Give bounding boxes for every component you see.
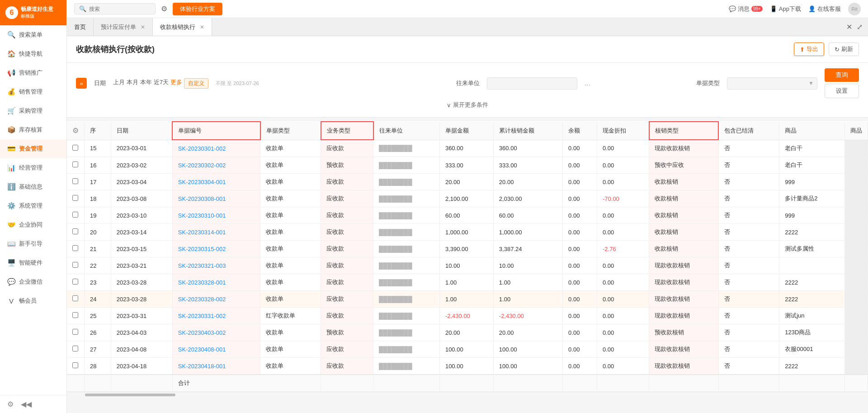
doc-no-link-5[interactable]: SK-20230314-001 — [178, 229, 226, 236]
custom-date-btn[interactable]: 自定义 — [184, 78, 208, 89]
cell-checkbox-3[interactable] — [67, 190, 85, 207]
sidebar-item-basic[interactable]: ℹ️基础信息 — [0, 177, 66, 196]
cell-biztype-0: 应收款 — [321, 140, 373, 157]
doc-no-link-3[interactable]: SK-20230308-001 — [178, 195, 226, 202]
cell-checkbox-10[interactable] — [67, 308, 85, 324]
doc-no-link-10[interactable]: SK-20230331-002 — [178, 313, 226, 319]
cell-balance-7: 0.00 — [563, 257, 597, 274]
doc-no-link-4[interactable]: SK-20230310-001 — [178, 212, 226, 219]
doc-no-link-13[interactable]: SK-20230418-001 — [178, 363, 226, 370]
sidebar-item-system[interactable]: ⚙️系统管理 — [0, 196, 66, 215]
cell-checkbox-12[interactable] — [67, 341, 85, 358]
sidebar-item-quick-nav[interactable]: 🏠快捷导航 — [0, 44, 66, 63]
partner-input[interactable] — [487, 77, 577, 90]
cell-docamount-11: 20.00 — [439, 324, 493, 341]
cell-checkbox-1[interactable] — [67, 157, 85, 174]
doc-no-link-12[interactable]: SK-20230408-001 — [178, 346, 226, 353]
topbar-gear-icon[interactable]: ⚙ — [161, 5, 167, 13]
sidebar-item-operations[interactable]: 📊经营管理 — [0, 158, 66, 177]
scrollbar-thumb[interactable] — [85, 394, 175, 396]
topbar-app-download[interactable]: 📱 App下载 — [770, 5, 801, 13]
cell-num-1: 16 — [85, 157, 111, 174]
cell-checkbox-8[interactable] — [67, 274, 85, 291]
tab-prepay-close[interactable]: ✕ — [141, 24, 145, 30]
cell-checkbox-0[interactable] — [67, 140, 85, 157]
doc-no-link-9[interactable]: SK-20230328-002 — [178, 296, 226, 303]
collapse-icon[interactable]: ◀◀ — [21, 400, 32, 408]
doc-no-link-11[interactable]: SK-20230403-002 — [178, 329, 226, 336]
cell-canceltype-3: 收款核销 — [649, 190, 718, 207]
doc-no-link-1[interactable]: SK-20230302-002 — [178, 162, 226, 169]
cell-checkbox-6[interactable] — [67, 241, 85, 257]
sidebar-item-guide[interactable]: 📖新手引导 — [0, 234, 66, 253]
export-button[interactable]: ⬆ 导出 — [794, 43, 824, 56]
receipt-type-label: 单据类型 — [696, 79, 720, 87]
cell-checkbox-7[interactable] — [67, 257, 85, 274]
topbar-message[interactable]: 💬 消息 99+ — [729, 5, 763, 13]
this-month-shortcut[interactable]: 本月 — [127, 78, 138, 89]
settings-button[interactable]: 设置 — [825, 84, 859, 98]
close-tab-icon[interactable]: ✕ — [846, 23, 852, 31]
receipt-type-input[interactable] — [727, 77, 817, 90]
receipt-type-dropdown-icon[interactable]: ▼ — [808, 80, 814, 86]
cell-checkbox-2[interactable] — [67, 174, 85, 190]
cell-checkbox-4[interactable] — [67, 207, 85, 224]
partner-more-icon[interactable]: ... — [585, 79, 590, 87]
tab-collection[interactable]: 收款核销执行 ✕ — [153, 18, 212, 36]
doc-no-link-0[interactable]: SK-20230301-002 — [178, 145, 226, 152]
last-7-days-shortcut[interactable]: 近7天 — [154, 78, 169, 89]
cell-date-11: 2023-04-03 — [111, 324, 172, 341]
cell-docamount-6: 3,390.00 — [439, 241, 493, 257]
cell-num-2: 17 — [85, 174, 111, 190]
doc-no-link-2[interactable]: SK-20230304-001 — [178, 179, 226, 185]
horizontal-scrollbar[interactable] — [67, 392, 868, 397]
sidebar-item-search[interactable]: 🔍搜索菜单 — [0, 25, 66, 44]
table-row: 23 2023-03-28 SK-20230328-001 收款单 应收款 ██… — [67, 274, 868, 291]
doc-no-link-6[interactable]: SK-20230315-002 — [178, 246, 226, 252]
topbar: 🔍 ⚙ 体验行业方案 💬 消息 99+ 📱 App下载 👤 在线客服 Rit — [67, 0, 868, 18]
topbar-search-box[interactable]: 🔍 — [74, 3, 156, 14]
cell-date-6: 2023-03-15 — [111, 241, 172, 257]
sidebar-item-purchase[interactable]: 🛒采购管理 — [0, 101, 66, 120]
refresh-button[interactable]: ↻ 刷新 — [829, 43, 859, 56]
sidebar-item-marketing[interactable]: 📢营销推广 — [0, 63, 66, 82]
this-year-shortcut[interactable]: 本年 — [140, 78, 152, 89]
topbar-search-input[interactable] — [89, 6, 151, 12]
industry-solution-button[interactable]: 体验行业方案 — [173, 3, 222, 15]
column-settings-icon[interactable]: ⚙ — [72, 127, 79, 134]
cell-cashdisc-13: 0.00 — [597, 358, 649, 375]
sidebar-item-inventory[interactable]: 📦库存核算 — [0, 120, 66, 139]
cell-checkbox-5[interactable] — [67, 224, 85, 241]
query-button[interactable]: 查询 — [825, 68, 859, 82]
more-date-link[interactable]: 更多 — [170, 78, 182, 89]
doc-no-link-7[interactable]: SK-20230321-003 — [178, 262, 226, 269]
settings-bottom-icon[interactable]: ⚙ — [7, 400, 14, 408]
sidebar-item-member[interactable]: V畅会员 — [0, 291, 66, 310]
topbar-online-service[interactable]: 👤 在线客服 — [808, 5, 841, 13]
tab-collection-close[interactable]: ✕ — [200, 24, 204, 30]
th-settings[interactable]: ⚙ — [67, 122, 85, 140]
topbar-avatar[interactable]: Rit — [848, 3, 861, 15]
last-month-shortcut[interactable]: 上月 — [113, 78, 125, 89]
sidebar-icon-wechat: 💬 — [7, 278, 15, 286]
tab-home[interactable]: 首页 — [67, 18, 94, 36]
sidebar-label-inventory: 库存核算 — [19, 126, 42, 134]
sidebar-item-capital[interactable]: 💳资金管理 — [0, 139, 66, 158]
tab-prepay[interactable]: 预计应应付单 ✕ — [94, 18, 153, 36]
expand-more-conditions-btn[interactable]: ∨ 展开更多条件 — [76, 98, 859, 112]
cell-checkbox-13[interactable] — [67, 358, 85, 375]
filter-expand-button[interactable]: » — [76, 78, 87, 89]
sidebar-item-wechat[interactable]: 💬企业微信 — [0, 272, 66, 291]
sidebar-item-hardware[interactable]: 🖥️智能硬件 — [0, 253, 66, 272]
sidebar-item-enterprise[interactable]: 🤝企业协同 — [0, 215, 66, 234]
logo-text: 畅康道好生意 标推版 — [21, 6, 53, 19]
cell-num-11: 26 — [85, 324, 111, 341]
doc-no-link-8[interactable]: SK-20230328-001 — [178, 279, 226, 286]
cell-biztype-8: 应收款 — [321, 274, 373, 291]
sidebar-item-sales[interactable]: 💰销售管理 — [0, 82, 66, 101]
cell-checkbox-9[interactable] — [67, 291, 85, 308]
maximize-tab-icon[interactable]: ⤢ — [857, 23, 863, 31]
cell-checkbox-11[interactable] — [67, 324, 85, 341]
cell-balance-8: 0.00 — [563, 274, 597, 291]
table-row: 19 2023-03-10 SK-20230310-001 收款单 应收款 ██… — [67, 207, 868, 224]
